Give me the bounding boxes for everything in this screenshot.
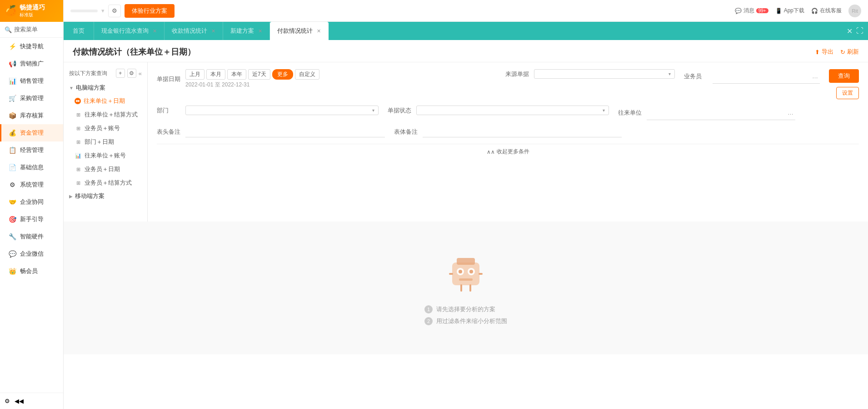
- dept-select[interactable]: ▾: [185, 106, 379, 115]
- topbar-dropdown-arrow[interactable]: ▾: [101, 7, 105, 14]
- date-this-year[interactable]: 本年: [227, 69, 246, 80]
- purchase-icon: 🛒: [8, 94, 16, 102]
- scheme-group-mobile: ▶ 移动端方案: [64, 190, 147, 202]
- tab-receipt-stats[interactable]: 收款情况统计 ✕: [165, 22, 223, 40]
- sidebar-item-label: 经营管理: [20, 146, 44, 154]
- scheme-group-mobile-header[interactable]: ▶ 移动端方案: [64, 190, 147, 202]
- date-more[interactable]: 更多: [272, 69, 293, 80]
- sidebar-item-guide[interactable]: 🎯 新手引导: [0, 211, 63, 228]
- dept-select-arrow: ▾: [372, 108, 374, 113]
- scheme-item-dept-date[interactable]: ⊞ 部门＋日期: [64, 135, 147, 149]
- maximize-btn[interactable]: ⛶: [856, 27, 863, 35]
- sidebar-item-label: 企业微信: [20, 250, 44, 258]
- partner-dots[interactable]: …: [786, 107, 795, 118]
- sidebar-item-quick-nav[interactable]: ⚡ 快捷导航: [0, 38, 63, 55]
- order-status-value: ▾: [416, 106, 609, 115]
- partner-field: 往来单位 …: [618, 106, 795, 120]
- sidebar-search[interactable]: 🔍 搜索菜单: [0, 22, 63, 38]
- trial-button[interactable]: 体验行业方案: [125, 4, 175, 18]
- online-service-btn[interactable]: 🎧 在线客服: [811, 7, 842, 15]
- header-note-field: 表头备注: [157, 126, 385, 137]
- refresh-button[interactable]: ↻ 刷新: [840, 48, 859, 56]
- app-icon: 📱: [775, 8, 782, 14]
- scheme-item-partner-settle[interactable]: ⊞ 往来单位＋结算方式: [64, 108, 147, 121]
- order-status-select[interactable]: ▾: [416, 106, 609, 115]
- scheme-group-label: 电脑端方案: [76, 84, 105, 92]
- source-select-arrow: ▾: [668, 71, 671, 76]
- order-status-field: 单据状态 ▾: [388, 106, 609, 115]
- wechat-icon: 💬: [8, 250, 16, 258]
- tab-home[interactable]: 首页: [64, 22, 94, 40]
- salesman-input[interactable]: [713, 73, 810, 80]
- scheme-item-partner-account[interactable]: 📊 往来单位＋账号: [64, 149, 147, 162]
- sidebar-item-capital[interactable]: 💰 资金管理: [0, 124, 63, 141]
- scheme-settings-btn[interactable]: ⚙: [127, 69, 136, 78]
- date-this-month[interactable]: 本月: [206, 69, 225, 80]
- scheme-group-desktop: ▼ 电脑端方案 往来单位＋日期 ⊞ 往来单位＋结算方式 ⊞ 业务员＋账号: [64, 81, 147, 190]
- source-select[interactable]: ▾: [534, 69, 675, 79]
- svg-rect-0: [452, 263, 479, 285]
- user-avatar[interactable]: Rit: [848, 5, 861, 17]
- settings-button[interactable]: 设置: [836, 87, 859, 99]
- salesman-field: 业务员 …: [684, 69, 820, 84]
- payment-stats-tab-close[interactable]: ✕: [317, 28, 321, 34]
- scheme-item-salesman-account[interactable]: ⊞ 业务员＋账号: [64, 121, 147, 135]
- scheme-item-salesman-date[interactable]: ⊞ 业务员＋日期: [64, 162, 147, 176]
- app-download-btn[interactable]: 📱 App下载: [775, 7, 804, 15]
- sidebar-item-system[interactable]: ⚙ 系统管理: [0, 176, 63, 193]
- date-last-month[interactable]: 上月: [185, 69, 205, 80]
- sidebar-item-purchase[interactable]: 🛒 采购管理: [0, 90, 63, 107]
- body-note-input[interactable]: [423, 126, 622, 137]
- sidebar-item-label: 畅会员: [20, 267, 38, 275]
- body-note-label: 表体备注: [394, 128, 419, 136]
- tab-payment-stats[interactable]: 付款情况统计 ✕: [270, 22, 329, 40]
- sidebar-item-wechat[interactable]: 💬 企业微信: [0, 245, 63, 263]
- header-note-input[interactable]: [185, 126, 385, 137]
- scheme-item-label: 往来单位＋日期: [84, 97, 125, 105]
- sidebar-item-label: 采购管理: [20, 94, 44, 102]
- partner-label: 往来单位: [618, 109, 643, 117]
- export-button[interactable]: ⬆ 导出: [815, 48, 833, 56]
- tab-new-scheme[interactable]: 新建方案 ✕: [223, 22, 270, 40]
- scheme-item-label: 部门＋日期: [85, 138, 114, 146]
- new-scheme-tab-close[interactable]: ✕: [258, 28, 262, 34]
- close-all-tabs-btn[interactable]: ✕: [847, 27, 853, 35]
- scheme-group-desktop-header[interactable]: ▼ 电脑端方案: [64, 81, 147, 94]
- add-scheme-btn[interactable]: +: [116, 69, 125, 78]
- page-header: 付款情况统计（往来单位＋日期） ⬆ 导出 ↻ 刷新: [64, 40, 868, 62]
- query-button[interactable]: 查询: [829, 69, 859, 83]
- tip-num-2: 2: [424, 317, 433, 325]
- receipt-stats-tab-close[interactable]: ✕: [211, 28, 215, 34]
- tip-text-1: 请先选择要分析的方案: [436, 303, 495, 315]
- date-field: 单据日期 上月 本月 本年 近7天 更多 自定义 2022-01-01 至 20…: [157, 69, 496, 89]
- sidebar-search-label: 搜索菜单: [14, 25, 38, 34]
- dept-label: 部门: [157, 106, 182, 115]
- sidebar-item-hardware[interactable]: 🔧 智能硬件: [0, 228, 63, 245]
- bank-flow-tab-close[interactable]: ✕: [153, 28, 157, 34]
- partner-input[interactable]: [647, 109, 786, 116]
- scheme-item-salesman-settle[interactable]: ⊞ 业务员＋结算方式: [64, 176, 147, 190]
- page-actions: ⬆ 导出 ↻ 刷新: [815, 48, 859, 56]
- enterprise-icon: 🤝: [8, 198, 16, 206]
- scheme-collapse-btn[interactable]: «: [139, 70, 142, 77]
- topbar-settings-btn[interactable]: ⚙: [108, 5, 121, 17]
- sidebar-item-sales[interactable]: 📊 销售管理: [0, 72, 63, 90]
- date-custom[interactable]: 自定义: [295, 69, 319, 80]
- sidebar-item-basic-info[interactable]: 📄 基础信息: [0, 159, 63, 176]
- collapse-bar[interactable]: ∧∧ 收起更多条件: [157, 144, 859, 159]
- sidebar-item-label: 营销推广: [20, 60, 44, 68]
- payment-stats-tab-label: 付款情况统计: [277, 27, 313, 35]
- sidebar-item-marketing[interactable]: 📢 营销推广: [0, 55, 63, 72]
- date-7days[interactable]: 近7天: [248, 69, 270, 80]
- footer-settings-icon[interactable]: ⚙: [5, 398, 10, 404]
- sidebar-item-enterprise[interactable]: 🤝 企业协同: [0, 193, 63, 211]
- sidebar-item-business[interactable]: 📋 经营管理: [0, 141, 63, 159]
- tab-bank-flow[interactable]: 现金银行流水查询 ✕: [94, 22, 165, 40]
- salesman-dots[interactable]: …: [810, 71, 820, 81]
- footer-collapse-icon[interactable]: ◀◀: [15, 398, 24, 404]
- sidebar-item-inventory[interactable]: 📦 库存核算: [0, 107, 63, 124]
- sales-icon: 📊: [8, 77, 16, 85]
- message-btn[interactable]: 💬 消息 99+: [735, 7, 768, 15]
- sidebar-item-member[interactable]: 👑 畅会员: [0, 263, 63, 280]
- scheme-item-partner-date[interactable]: 往来单位＋日期: [64, 94, 147, 108]
